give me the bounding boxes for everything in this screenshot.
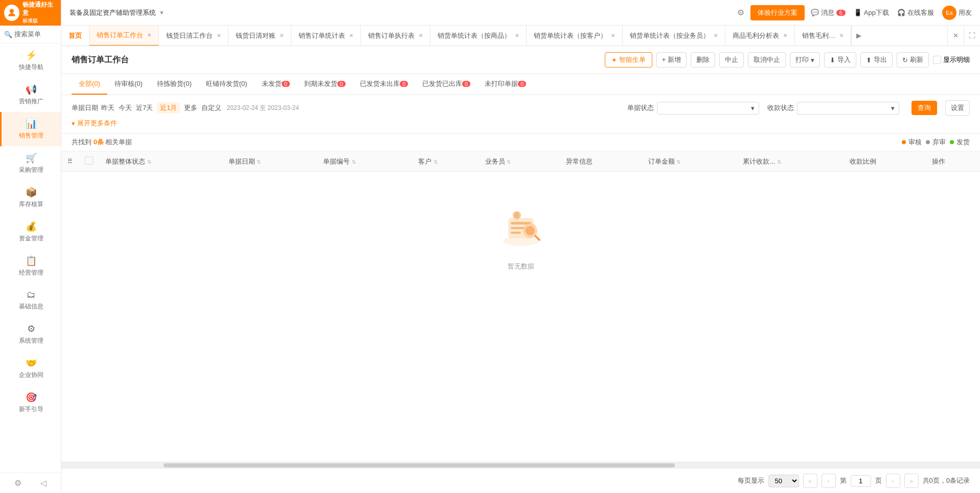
- expand-more-conditions[interactable]: ▾ 展开更多条件: [72, 119, 970, 128]
- sidebar-item-system[interactable]: ⚙ 系统管理: [0, 317, 61, 351]
- tab-close-order-stats[interactable]: ✕: [349, 33, 353, 38]
- sub-tab-shipped-out[interactable]: 已发货已出库0: [415, 74, 477, 95]
- sub-tab-wangpu-pending[interactable]: 旺铺待发货(0): [199, 74, 255, 95]
- sub-tab-overdue-not-shipped[interactable]: 到期未发货0: [297, 74, 353, 95]
- date-opt-today[interactable]: 今天: [119, 103, 132, 113]
- tab-margin-analysis[interactable]: 商品毛利分析表 ✕: [725, 26, 795, 46]
- sidebar-item-inventory[interactable]: 📦 库存核算: [0, 181, 61, 215]
- tab-close-sales-margin[interactable]: ✕: [839, 33, 844, 38]
- system-title-text: 装备及固定资产辅助管理系统: [70, 8, 156, 17]
- cancel-stop-button[interactable]: 取消中止: [748, 52, 786, 68]
- show-detail-checkbox-label[interactable]: 显示明细: [933, 55, 970, 64]
- sub-tab-pending-review[interactable]: 待审核(0): [107, 74, 150, 95]
- per-page-select[interactable]: 50 100 200: [768, 475, 799, 487]
- show-detail-checkbox[interactable]: [933, 56, 941, 64]
- sidebar-item-operation[interactable]: 📋 经营管理: [0, 249, 61, 283]
- tab-close-cash-reconcile[interactable]: ✕: [280, 33, 284, 38]
- sidebar-item-search[interactable]: 🔍 搜索菜单: [0, 26, 61, 43]
- sort-icon-staff: ⇅: [507, 159, 511, 165]
- sidebar-item-marketing[interactable]: 📢 营销推广: [0, 78, 61, 112]
- tab-close-by-customer[interactable]: ✕: [611, 33, 615, 38]
- date-opt-1month[interactable]: 近1月: [157, 102, 180, 114]
- status-select[interactable]: ▾: [657, 102, 759, 115]
- th-customer[interactable]: 客户 ⇅: [412, 151, 479, 172]
- topbar-app-download[interactable]: 📱 App下载: [854, 8, 889, 17]
- tab-close-by-staff[interactable]: ✕: [714, 33, 718, 38]
- tab-close-sales-workbench[interactable]: ✕: [147, 32, 151, 38]
- payment-select[interactable]: ▾: [797, 102, 899, 115]
- delete-button[interactable]: 删除: [691, 52, 715, 68]
- select-all-checkbox[interactable]: [85, 156, 93, 165]
- collapse-icon[interactable]: ◁: [40, 478, 47, 488]
- add-button[interactable]: + 新增: [656, 52, 687, 68]
- tab-sales-by-customer[interactable]: 销货单统计表（按客户） ✕: [527, 26, 623, 46]
- sidebar-item-finance[interactable]: 💰 资金管理: [0, 215, 61, 249]
- topbar-message[interactable]: 💬 消息 6: [811, 8, 846, 17]
- refresh-button[interactable]: ↻ 刷新: [897, 52, 929, 68]
- tab-sales-margin[interactable]: 销售毛利… ✕: [795, 26, 851, 46]
- tab-close-by-product[interactable]: ✕: [515, 33, 519, 38]
- stop-button[interactable]: 中止: [719, 52, 744, 68]
- ship-action[interactable]: 发货: [950, 138, 970, 147]
- topbar-user[interactable]: Ea 用友: [942, 6, 972, 20]
- first-page-button[interactable]: «: [803, 474, 817, 488]
- review-action[interactable]: 审核: [902, 138, 922, 147]
- sub-tab-all[interactable]: 全部(0): [72, 74, 107, 95]
- th-staff[interactable]: 业务员 ⇅: [479, 151, 560, 172]
- th-number[interactable]: 单据编号 ⇅: [317, 151, 412, 172]
- tabs-scroll-right[interactable]: ▶: [851, 26, 865, 46]
- date-opt-custom[interactable]: 自定义: [201, 103, 221, 113]
- tab-cash-reconcile[interactable]: 钱货日清对账 ✕: [229, 26, 291, 46]
- topbar-online-service[interactable]: 🎧 在线客服: [897, 8, 934, 17]
- last-page-button[interactable]: »: [904, 474, 919, 488]
- th-order-amount[interactable]: 订单金额 ⇅: [642, 151, 737, 172]
- th-check[interactable]: [79, 151, 99, 172]
- print-button[interactable]: 打印 ▾: [790, 52, 820, 68]
- next-page-button[interactable]: ›: [886, 474, 900, 488]
- prev-page-button[interactable]: ‹: [822, 474, 836, 488]
- tab-close-all[interactable]: ✕: [947, 26, 964, 46]
- tab-close-cash-daily[interactable]: ✕: [217, 33, 221, 38]
- settings-bottom-icon[interactable]: ⚙: [14, 478, 21, 488]
- date-opt-yesterday[interactable]: 昨天: [101, 103, 115, 113]
- tab-order-exec[interactable]: 销售订单执行表 ✕: [361, 26, 430, 46]
- sub-tab-not-shipped[interactable]: 未发货0: [255, 74, 297, 95]
- sidebar-item-quick-nav[interactable]: ⚡ 快捷导航: [0, 43, 61, 78]
- cancel-action[interactable]: 弃审: [926, 138, 946, 147]
- tab-order-stats[interactable]: 销售订单统计表 ✕: [291, 26, 361, 46]
- tab-sales-workbench[interactable]: 销售订单工作台 ✕: [89, 26, 159, 46]
- tab-sales-by-product[interactable]: 销货单统计表（按商品） ✕: [430, 26, 527, 46]
- sidebar-item-guide[interactable]: 🎯 新手引导: [0, 386, 61, 420]
- date-opt-more[interactable]: 更多: [184, 103, 197, 113]
- sidebar-item-basic-info[interactable]: 🗂 基础信息: [0, 283, 61, 317]
- sub-tab-pending-pick[interactable]: 待拣验货(0): [150, 74, 199, 95]
- sidebar-item-purchase[interactable]: 🛒 采购管理: [0, 146, 61, 181]
- settings-filter-button[interactable]: 设置: [945, 100, 970, 116]
- query-button[interactable]: 查询: [911, 101, 937, 115]
- th-overall-status[interactable]: 单据整体状态 ⇅: [99, 151, 222, 172]
- page-input[interactable]: [851, 475, 871, 487]
- horizontal-scrollbar[interactable]: [61, 462, 980, 468]
- scrollbar-thumb[interactable]: [164, 463, 675, 467]
- expand-more-label: 展开更多条件: [77, 119, 117, 128]
- topbar-gear-icon[interactable]: ⚙: [737, 8, 744, 17]
- th-cumulative-receipt[interactable]: 累计收款... ⇅: [737, 151, 844, 172]
- tab-sales-by-staff[interactable]: 销货单统计表（按业务员） ✕: [623, 26, 725, 46]
- tab-home[interactable]: 首页: [61, 26, 89, 46]
- industry-solution-button[interactable]: 体验行业方案: [750, 5, 805, 20]
- smart-order-button[interactable]: ✦ 智能生单: [605, 52, 652, 68]
- date-opt-7days[interactable]: 近7天: [136, 103, 153, 113]
- import-button[interactable]: ⬇ 导入: [824, 52, 856, 68]
- sidebar-item-sales[interactable]: 📊 销售管理: [0, 112, 61, 146]
- export-button[interactable]: ⬆ 导出: [860, 52, 893, 68]
- th-date[interactable]: 单据日期 ⇅: [222, 151, 317, 172]
- tab-close-order-exec[interactable]: ✕: [419, 33, 423, 38]
- sub-tab-shipped-not-out[interactable]: 已发货未出库0: [353, 74, 415, 95]
- tab-cash-daily[interactable]: 钱货日清工作台 ✕: [159, 26, 229, 46]
- sub-tab-not-printed[interactable]: 未打印单据0: [477, 74, 533, 95]
- tab-maximize[interactable]: ⛶: [964, 26, 980, 46]
- sidebar-item-cooperation[interactable]: 🤝 企业协同: [0, 351, 61, 386]
- tab-close-margin-analysis[interactable]: ✕: [783, 33, 787, 38]
- topbar-dropdown-arrow[interactable]: ▾: [160, 9, 164, 16]
- topbar-right: 💬 消息 6 📱 App下载 🎧 在线客服 Ea 用友: [811, 6, 972, 20]
